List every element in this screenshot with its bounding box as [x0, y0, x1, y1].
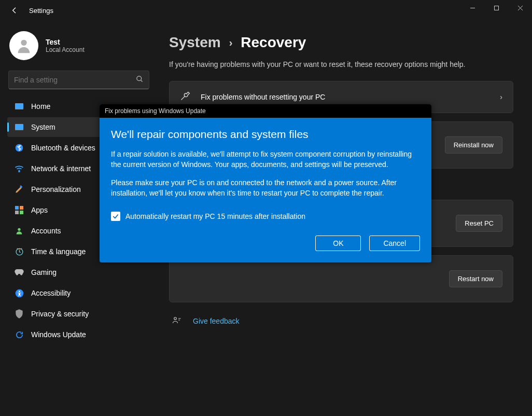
repair-dialog: Fix problems using Windows Update We'll …	[100, 104, 431, 262]
nav-label: Personalization	[31, 185, 81, 193]
app-title: Settings	[25, 7, 53, 15]
nav-privacy[interactable]: Privacy & security	[7, 304, 150, 324]
back-button[interactable]	[4, 0, 25, 21]
nav-label: Time & language	[31, 247, 86, 256]
nav-accessibility[interactable]: Accessibility	[7, 283, 150, 303]
nav-label: Privacy & security	[31, 310, 89, 318]
svg-point-21	[19, 290, 20, 292]
svg-point-4	[21, 40, 26, 46]
chevron-right-icon: ›	[229, 37, 233, 49]
nav-label: Bluetooth & devices	[31, 144, 95, 152]
svg-point-22	[174, 317, 177, 320]
svg-rect-17	[20, 211, 23, 214]
ok-button[interactable]: OK	[315, 235, 361, 251]
nav-gaming[interactable]: Gaming	[7, 262, 150, 282]
dialog-heading: We'll repair components and system files	[111, 128, 420, 141]
dialog-paragraph-1: If a repair solution is available, we'll…	[111, 149, 420, 170]
svg-rect-7	[15, 103, 23, 109]
nav-label: Windows Update	[31, 330, 86, 339]
auto-restart-checkbox[interactable]	[111, 212, 120, 221]
avatar	[9, 31, 38, 60]
feedback-icon	[172, 316, 181, 326]
breadcrumb-system[interactable]: System	[169, 34, 221, 51]
brush-icon	[15, 185, 24, 194]
user-block[interactable]: Test Local Account	[6, 26, 156, 71]
svg-line-6	[141, 80, 142, 81]
svg-rect-15	[20, 206, 23, 210]
nav-label: Apps	[31, 206, 48, 214]
give-feedback-link[interactable]: Give feedback	[193, 317, 240, 325]
page-subtitle: If you're having problems with your PC o…	[169, 60, 513, 68]
search-icon	[136, 75, 144, 85]
nav-label: Accessibility	[31, 289, 71, 297]
home-icon	[15, 102, 24, 111]
svg-rect-14	[15, 206, 19, 210]
svg-point-18	[18, 228, 20, 231]
maximize-button[interactable]	[484, 0, 508, 16]
svg-point-5	[137, 76, 142, 80]
accounts-icon	[15, 226, 24, 235]
svg-rect-9	[15, 124, 23, 130]
apps-icon	[15, 205, 24, 215]
chevron-right-icon: ›	[500, 93, 502, 101]
svg-point-12	[19, 171, 20, 172]
card-label: Fix problems without resetting your PC	[201, 93, 325, 101]
breadcrumb-recovery: Recovery	[241, 34, 306, 51]
shield-icon	[15, 309, 24, 318]
minimize-button[interactable]	[460, 0, 484, 16]
system-icon	[15, 122, 24, 132]
clock-icon	[15, 247, 24, 256]
gamepad-icon	[15, 268, 24, 277]
nav-label: Network & internet	[31, 164, 91, 173]
accessibility-icon	[15, 288, 24, 298]
wifi-icon	[15, 164, 24, 173]
search-input[interactable]	[14, 76, 132, 84]
nav-label: Accounts	[31, 227, 61, 235]
user-name: Test	[46, 38, 85, 46]
svg-rect-8	[15, 109, 23, 109]
update-icon	[15, 330, 24, 339]
svg-rect-16	[15, 211, 19, 214]
close-button[interactable]	[508, 0, 532, 16]
dialog-titlebar: Fix problems using Windows Update	[100, 104, 431, 118]
checkbox-label: Automatically restart my PC 15 minutes a…	[125, 212, 305, 220]
svg-rect-1	[494, 6, 498, 10]
wrench-icon	[180, 91, 191, 103]
nav-label: Gaming	[31, 268, 57, 276]
user-subtitle: Local Account	[46, 46, 85, 53]
svg-rect-10	[15, 130, 23, 130]
dialog-paragraph-2: Please make sure your PC is on and conne…	[111, 177, 420, 199]
breadcrumb: System › Recovery	[169, 34, 513, 51]
cancel-button[interactable]: Cancel	[369, 235, 420, 251]
nav-label: Home	[31, 102, 50, 110]
restart-now-button[interactable]: Restart now	[449, 270, 502, 287]
search-box[interactable]	[8, 71, 149, 89]
reinstall-now-button[interactable]: Reinstall now	[445, 136, 502, 154]
nav-update[interactable]: Windows Update	[7, 325, 150, 344]
bluetooth-icon	[15, 143, 24, 152]
nav-label: System	[31, 123, 55, 131]
reset-pc-button[interactable]: Reset PC	[456, 215, 502, 232]
